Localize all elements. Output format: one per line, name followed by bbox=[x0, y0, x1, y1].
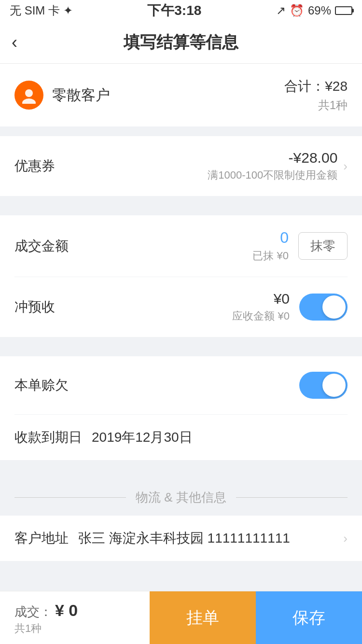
debit-toggle-thumb bbox=[322, 374, 346, 397]
debit-card: 本单赊欠 收款到期日 2019年12月30日 bbox=[0, 356, 362, 460]
status-right: ↗ ⏰ 69% bbox=[276, 4, 352, 17]
battery-percent: 69% bbox=[308, 4, 331, 17]
address-label: 客户地址 bbox=[14, 529, 69, 547]
prepay-amount-block: ¥0 应收金额 ¥0 bbox=[232, 291, 290, 323]
logistics-label: 物流 & 其他信息 bbox=[136, 489, 226, 506]
coupon-desc: 满1000-100不限制使用金额 bbox=[208, 168, 337, 182]
customer-name: 零散客户 bbox=[52, 85, 110, 105]
bottom-bar: 成交： ¥ 0 共1种 挂单 保存 bbox=[0, 591, 362, 644]
hang-button[interactable]: 挂单 bbox=[150, 591, 256, 644]
bottom-summary: 成交： ¥ 0 共1种 bbox=[0, 600, 150, 636]
customer-total: 合计：¥28 共1种 bbox=[284, 77, 348, 113]
customer-left: 零散客户 bbox=[14, 81, 110, 110]
due-date-label: 收款到期日 bbox=[14, 428, 82, 447]
back-button[interactable]: ‹ bbox=[12, 32, 17, 53]
bottom-amount: ¥ 0 bbox=[55, 601, 78, 620]
prepay-label: 冲预收 bbox=[14, 298, 55, 316]
prepay-row: 冲预收 ¥0 应收金额 ¥0 bbox=[0, 277, 362, 337]
status-left: 无 SIM 卡 ✦ bbox=[10, 3, 73, 18]
section-gap-2 bbox=[0, 347, 362, 356]
address-row[interactable]: 客户地址 张三 海淀永丰科技园 11111111111 › bbox=[0, 516, 362, 561]
total-count: 共1种 bbox=[284, 98, 348, 113]
deal-amount-right: 0 已抹 ¥0 抹零 bbox=[252, 229, 348, 263]
hang-label: 挂单 bbox=[186, 607, 219, 629]
logistics-divider: 物流 & 其他信息 bbox=[0, 479, 362, 516]
bottom-deal-label: 成交： bbox=[14, 603, 52, 620]
due-date-row: 收款到期日 2019年12月30日 bbox=[0, 415, 362, 460]
debit-toggle[interactable] bbox=[299, 372, 348, 399]
coupon-info: -¥28.00 满1000-100不限制使用金额 bbox=[208, 150, 337, 182]
address-card: 客户地址 张三 海淀永丰科技园 11111111111 › bbox=[0, 516, 362, 561]
coupon-row[interactable]: 优惠券 -¥28.00 满1000-100不限制使用金额 › bbox=[0, 136, 362, 196]
round-zero-button[interactable]: 抹零 bbox=[298, 232, 348, 260]
prepay-amount: ¥0 bbox=[232, 291, 290, 307]
customer-card: 零散客户 合计：¥28 共1种 bbox=[0, 64, 362, 126]
debit-row: 本单赊欠 bbox=[0, 356, 362, 414]
customer-row: 零散客户 合计：¥28 共1种 bbox=[0, 64, 362, 126]
battery-icon bbox=[335, 6, 352, 15]
status-time: 下午3:18 bbox=[147, 1, 201, 20]
debit-label: 本单赊欠 bbox=[14, 376, 69, 394]
prepay-toggle-thumb bbox=[322, 295, 346, 319]
content: 零散客户 合计：¥28 共1种 优惠券 -¥28.00 满1000-100不限制… bbox=[0, 64, 362, 629]
coupon-card: 优惠券 -¥28.00 满1000-100不限制使用金额 › bbox=[0, 136, 362, 196]
address-chevron-icon: › bbox=[343, 531, 348, 546]
total-amount: 合计：¥28 bbox=[284, 77, 348, 96]
due-date-value[interactable]: 2019年12月30日 bbox=[92, 428, 193, 447]
prepay-sub: 应收金额 ¥0 bbox=[232, 309, 290, 323]
deal-amount-row: 成交金额 0 已抹 ¥0 抹零 bbox=[0, 215, 362, 277]
svg-point-1 bbox=[22, 98, 36, 104]
coupon-label: 优惠券 bbox=[14, 157, 55, 175]
bottom-count: 共1种 bbox=[14, 621, 135, 636]
address-value: 张三 海淀永丰科技园 11111111111 bbox=[78, 529, 343, 547]
logistics-line-left bbox=[14, 497, 126, 498]
deal-amount-label: 成交金额 bbox=[14, 237, 69, 255]
location-icon: ↗ bbox=[276, 4, 286, 17]
coupon-discount: -¥28.00 bbox=[208, 150, 337, 166]
status-bar: 无 SIM 卡 ✦ 下午3:18 ↗ ⏰ 69% bbox=[0, 0, 362, 21]
prepay-toggle[interactable] bbox=[299, 294, 348, 321]
coupon-right: -¥28.00 满1000-100不限制使用金额 › bbox=[208, 150, 348, 182]
alarm-icon: ⏰ bbox=[290, 4, 304, 17]
section-gap-1 bbox=[0, 206, 362, 215]
deal-amount-value[interactable]: 0 bbox=[252, 229, 289, 247]
save-button[interactable]: 保存 bbox=[256, 591, 362, 644]
save-label: 保存 bbox=[292, 607, 325, 629]
svg-point-0 bbox=[25, 89, 33, 97]
deal-prepay-card: 成交金额 0 已抹 ¥0 抹零 冲预收 ¥0 应收金额 ¥0 bbox=[0, 215, 362, 337]
avatar bbox=[14, 81, 43, 110]
section-gap-3 bbox=[0, 470, 362, 479]
deal-amount-block: 0 已抹 ¥0 bbox=[252, 229, 289, 263]
nav-bar: ‹ 填写结算等信息 bbox=[0, 21, 362, 64]
chevron-right-icon: › bbox=[343, 159, 348, 174]
logistics-line-right bbox=[236, 497, 348, 498]
page-title: 填写结算等信息 bbox=[124, 31, 238, 54]
prepay-right: ¥0 应收金额 ¥0 bbox=[232, 291, 348, 323]
sim-label: 无 SIM 卡 ✦ bbox=[10, 3, 73, 18]
deal-amount-sub: 已抹 ¥0 bbox=[252, 249, 289, 263]
